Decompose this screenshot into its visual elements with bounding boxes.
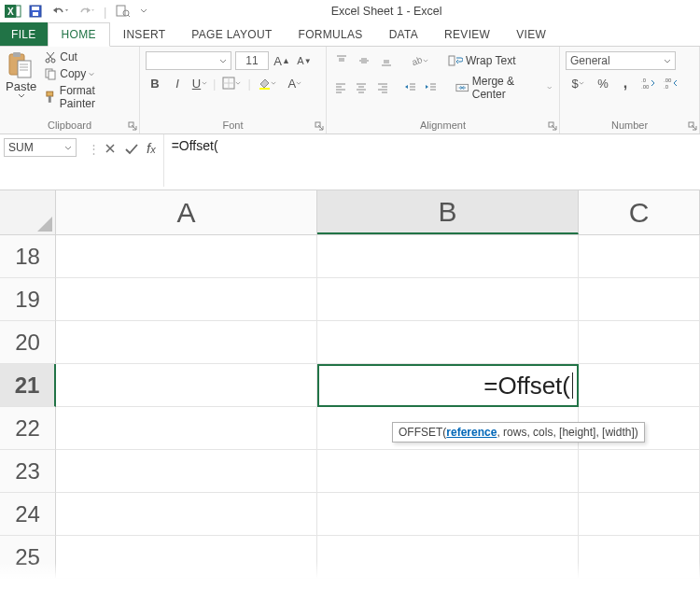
cell[interactable] [579,235,700,278]
svg-text:.00: .00 [664,77,672,83]
active-cell[interactable]: =Offset( [317,364,579,407]
row-header[interactable]: 22 [0,407,56,450]
svg-rect-4 [32,7,39,10]
cell[interactable] [579,321,700,364]
cell[interactable] [56,450,317,493]
number-format-combo[interactable]: General [566,51,676,70]
decrease-indent-icon[interactable] [401,78,418,97]
svg-point-15 [46,59,49,63]
cell[interactable] [56,407,317,450]
decrease-font-icon[interactable]: A▼ [295,51,314,70]
cell[interactable] [579,450,700,493]
align-bottom-icon[interactable] [377,51,396,70]
percent-button[interactable]: % [594,74,612,92]
cell[interactable] [317,321,579,364]
decrease-decimals-icon[interactable]: .00.0 [661,74,679,92]
align-center-icon[interactable] [353,78,370,97]
tab-formulas[interactable]: FORMULAS [286,22,376,46]
orientation-button[interactable]: ab [407,51,431,70]
comma-button[interactable]: , [616,74,635,92]
svg-rect-10 [13,52,21,57]
undo-icon[interactable] [51,5,68,18]
italic-button[interactable]: I [168,74,187,92]
svg-rect-1 [16,6,21,17]
cell[interactable] [56,321,317,364]
cell[interactable] [56,493,317,536]
cell[interactable] [579,278,700,321]
cell[interactable] [56,364,317,407]
cell[interactable] [317,493,579,536]
font-size-value: 11 [245,54,258,67]
tab-home[interactable]: HOME [48,22,110,47]
chevron-down-icon [664,59,671,63]
underline-button[interactable]: U [190,74,209,92]
tab-insert[interactable]: INSERT [110,22,179,46]
row-header[interactable]: 23 [0,450,56,493]
select-all-corner[interactable] [0,190,56,234]
merge-center-button[interactable]: Merge & Center [454,74,553,102]
tab-data[interactable]: DATA [376,22,431,46]
borders-button[interactable] [219,74,244,92]
row-header[interactable]: 24 [0,493,56,536]
increase-font-icon[interactable]: A▲ [273,51,291,70]
fx-icon[interactable]: fx [147,140,156,156]
column-header-a[interactable]: A [56,190,317,234]
copy-label: Copy [60,67,86,80]
cell[interactable] [56,278,317,321]
cell[interactable] [579,364,700,407]
formula-cancel-icon[interactable] [104,142,117,155]
print-preview-icon[interactable] [116,5,131,18]
cell[interactable] [317,278,579,321]
increase-decimals-icon[interactable]: .0.00 [638,74,657,92]
number-group-label: Number [566,118,693,133]
fill-color-button[interactable] [255,74,279,92]
alignment-dialog-launcher-icon[interactable] [548,121,557,131]
copy-button[interactable]: Copy [42,66,133,81]
number-dialog-launcher-icon[interactable] [688,121,697,131]
font-color-button[interactable]: A [283,74,307,92]
wrap-text-button[interactable]: Wrap Text [446,53,518,68]
tab-review[interactable]: REVIEW [431,22,503,46]
redo-icon[interactable] [77,5,94,18]
cell[interactable] [317,235,579,278]
cell[interactable] [317,450,579,493]
chevron-down-icon [271,81,276,85]
tab-file[interactable]: FILE [0,22,48,46]
align-right-icon[interactable] [374,78,391,97]
svg-text:.00: .00 [641,84,650,90]
row-header[interactable]: 20 [0,321,56,364]
align-top-icon[interactable] [332,51,351,70]
cell[interactable] [56,235,317,278]
clipboard-dialog-launcher-icon[interactable] [128,121,137,131]
active-cell-text: =Offset( [483,372,570,400]
svg-rect-11 [18,61,31,77]
chevron-down-icon [202,81,207,85]
qat-customize-icon[interactable] [140,7,147,15]
cut-button[interactable]: Cut [42,49,133,64]
font-name-combo[interactable] [146,51,231,70]
tooltip-active-param[interactable]: reference [446,426,497,439]
tab-view[interactable]: VIEW [503,22,559,46]
currency-button[interactable]: $ [566,74,590,92]
formula-enter-icon[interactable] [124,142,139,155]
align-middle-icon[interactable] [355,51,373,70]
format-painter-button[interactable]: Format Painter [42,83,133,111]
font-size-combo[interactable]: 11 [235,51,269,70]
paste-button[interactable]: Paste [6,49,36,98]
save-icon[interactable] [29,5,42,18]
column-header-c[interactable]: C [579,190,700,234]
column-header-b[interactable]: B [317,190,579,234]
tab-page-layout[interactable]: PAGE LAYOUT [178,22,285,46]
cell[interactable] [579,493,700,536]
cut-icon [44,50,57,63]
font-dialog-launcher-icon[interactable] [315,121,324,131]
row-header[interactable]: 19 [0,278,56,321]
formula-bar-input[interactable]: =Offset( [163,134,700,187]
row-header[interactable]: 18 [0,235,56,278]
name-box[interactable]: SUM [4,138,77,157]
align-left-icon[interactable] [332,78,349,97]
bold-button[interactable]: B [146,74,164,92]
row-header[interactable]: 21 [0,364,56,407]
wrap-text-icon [448,54,463,67]
increase-indent-icon[interactable] [423,78,440,97]
